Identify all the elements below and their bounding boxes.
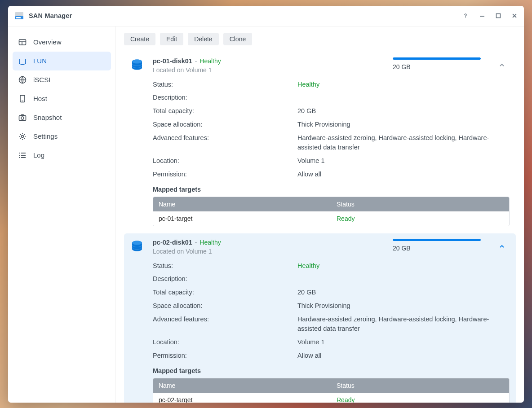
label-description: Description: — [153, 93, 297, 103]
label-status: Status: — [153, 261, 297, 271]
title-actions — [462, 12, 518, 19]
close-button[interactable] — [511, 13, 518, 19]
disk-icon — [130, 239, 146, 254]
separator: - — [195, 239, 197, 246]
target-name: pc-01-target — [153, 211, 331, 226]
toolbar: Create Edit Delete Clone — [124, 33, 516, 51]
value-location: Volume 1 — [297, 338, 510, 347]
sidebar-item-label: Overview — [33, 38, 62, 46]
svg-point-24 — [132, 241, 142, 245]
clone-button[interactable]: Clone — [223, 33, 253, 45]
table-header: Name Status — [153, 378, 509, 393]
label-advanced-features: Advanced features: — [153, 315, 297, 334]
mapped-targets-title: Mapped targets — [153, 367, 510, 374]
lun-name: pc-02-disk01 — [153, 239, 192, 246]
mapped-targets-title: Mapped targets — [153, 186, 510, 193]
titlebar: SAN Manager — [8, 6, 524, 26]
sidebar-item-label: Host — [33, 95, 47, 102]
value-advanced-features: Hardware-assisted zeroing, Hardware-assi… — [297, 315, 510, 334]
value-total-capacity: 20 GB — [297, 288, 510, 298]
table-row[interactable]: pc-02-target Ready — [153, 393, 509, 403]
sidebar-item-overview[interactable]: Overview — [13, 33, 111, 52]
value-space-allocation: Thick Provisioning — [297, 120, 510, 130]
label-permission: Permission: — [153, 351, 297, 361]
mapped-targets-table: Name Status pc-02-target Ready — [153, 378, 510, 403]
disk-icon — [130, 57, 146, 73]
col-status: Status — [331, 378, 509, 393]
svg-point-8 — [19, 57, 26, 60]
sidebar-item-label: Log — [33, 151, 44, 159]
lun-usage-bar — [393, 239, 481, 241]
sidebar-item-label: Settings — [33, 132, 58, 140]
svg-point-22 — [132, 59, 142, 63]
col-name: Name — [153, 197, 331, 211]
app-icon — [14, 11, 24, 21]
svg-rect-5 — [19, 39, 26, 45]
main-content: Create Edit Delete Clone pc-01-disk01 - … — [116, 26, 524, 403]
lun-health: Healthy — [200, 239, 221, 246]
iscsi-icon — [18, 75, 27, 84]
lun-header: pc-02-disk01 - Healthy Located on Volume… — [130, 239, 510, 255]
lun-icon — [18, 57, 27, 66]
maximize-button[interactable] — [495, 13, 501, 19]
lun-details: Status:Healthy Description: Total capaci… — [153, 78, 510, 226]
col-name: Name — [153, 378, 331, 393]
lun-card[interactable]: pc-01-disk01 - Healthy Located on Volume… — [124, 52, 516, 233]
lun-header: pc-01-disk01 - Healthy Located on Volume… — [130, 57, 510, 74]
help-button[interactable] — [462, 12, 469, 19]
minimize-button[interactable] — [479, 13, 485, 19]
sidebar-item-lun[interactable]: LUN — [13, 52, 111, 70]
label-total-capacity: Total capacity: — [153, 106, 297, 116]
sidebar: Overview LUN iSCSI Host — [8, 26, 116, 403]
svg-rect-2 — [16, 17, 21, 18]
sidebar-item-label: LUN — [33, 57, 47, 65]
value-total-capacity: 20 GB — [297, 106, 510, 116]
table-header: Name Status — [153, 197, 509, 211]
target-status: Ready — [331, 211, 509, 226]
lun-location-summary: Located on Volume 1 — [153, 248, 386, 255]
log-icon — [18, 151, 27, 160]
lun-usage-fill — [393, 239, 481, 241]
lun-size: 20 GB — [393, 63, 411, 70]
value-status: Healthy — [297, 261, 510, 271]
edit-button[interactable]: Edit — [160, 33, 183, 45]
label-location: Location: — [153, 156, 297, 166]
sidebar-item-label: iSCSI — [33, 76, 50, 83]
value-status: Healthy — [297, 80, 510, 90]
value-space-allocation: Thick Provisioning — [297, 301, 510, 311]
label-advanced-features: Advanced features: — [153, 133, 297, 153]
value-description — [297, 274, 510, 284]
sidebar-item-iscsi[interactable]: iSCSI — [13, 70, 111, 89]
value-location: Volume 1 — [297, 156, 510, 166]
col-status: Status — [331, 197, 509, 211]
lun-size: 20 GB — [393, 245, 411, 252]
sidebar-item-snapshot[interactable]: Snapshot — [13, 108, 111, 127]
label-total-capacity: Total capacity: — [153, 288, 297, 298]
collapse-button[interactable] — [499, 239, 510, 251]
sidebar-item-settings[interactable]: Settings — [13, 127, 111, 146]
lun-card[interactable]: pc-02-disk01 - Healthy Located on Volume… — [124, 233, 516, 403]
host-icon — [18, 94, 27, 103]
collapse-button[interactable] — [499, 57, 510, 70]
overview-icon — [18, 38, 27, 47]
value-advanced-features: Hardware-assisted zeroing, Hardware-assi… — [297, 133, 510, 153]
create-button[interactable]: Create — [124, 33, 155, 45]
sidebar-item-log[interactable]: Log — [13, 146, 111, 165]
table-row[interactable]: pc-01-target Ready — [153, 211, 509, 226]
delete-button[interactable]: Delete — [188, 33, 218, 45]
lun-location-summary: Located on Volume 1 — [153, 66, 386, 74]
snapshot-icon — [18, 113, 27, 122]
lun-details: Status:Healthy Description: Total capaci… — [153, 259, 510, 403]
label-description: Description: — [153, 274, 297, 284]
label-status: Status: — [153, 80, 297, 90]
sidebar-item-label: Snapshot — [33, 114, 62, 121]
mapped-targets-table: Name Status pc-01-target Ready — [153, 197, 510, 226]
sidebar-item-host[interactable]: Host — [13, 89, 111, 108]
label-space-allocation: Space allocation: — [153, 301, 297, 311]
app-title: SAN Manager — [29, 12, 72, 19]
svg-rect-4 — [497, 14, 501, 18]
target-status: Ready — [331, 393, 509, 403]
lun-usage-bar — [393, 57, 481, 60]
lun-health: Healthy — [200, 57, 221, 65]
value-description — [297, 93, 510, 103]
